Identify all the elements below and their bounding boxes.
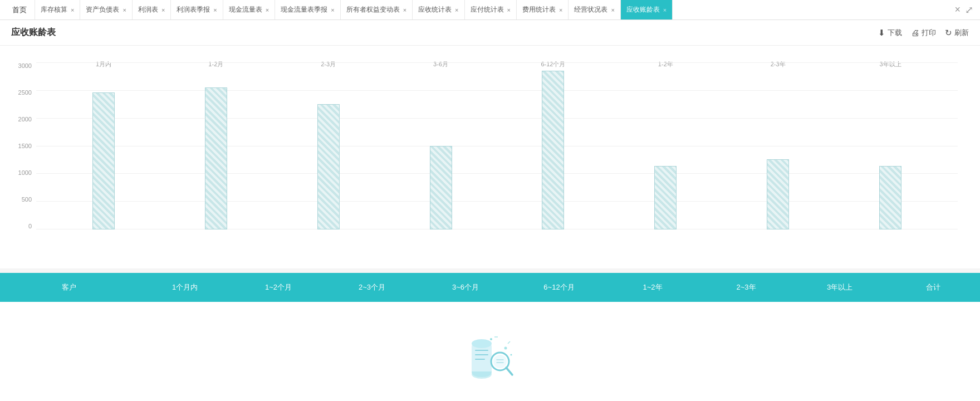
tab-label: 应付统计表 bbox=[471, 5, 504, 14]
section-separator bbox=[0, 268, 980, 273]
tab-close-icon[interactable]: × bbox=[122, 7, 126, 13]
refresh-icon: ↻ bbox=[945, 28, 952, 38]
tab-cashflow-quarter[interactable]: 现金流量表季报× bbox=[275, 0, 340, 20]
tab-label: 现金流量表季报 bbox=[281, 5, 327, 14]
tab-label: 资产负债表 bbox=[86, 5, 119, 14]
bars-area bbox=[36, 62, 958, 229]
chart-bar bbox=[205, 87, 227, 229]
table-header-cell: 合计 bbox=[886, 282, 980, 292]
tab-close-icon[interactable]: × bbox=[559, 7, 562, 13]
chart-bar bbox=[767, 159, 789, 229]
download-label: 下载 bbox=[888, 28, 902, 38]
print-button[interactable]: 🖨 打印 bbox=[911, 28, 936, 38]
svg-line-15 bbox=[508, 341, 510, 344]
maximize-window-icon[interactable]: ⤢ bbox=[965, 4, 973, 16]
tab-equity[interactable]: 所有者权益变动表× bbox=[341, 0, 413, 20]
tab-close-icon[interactable]: × bbox=[611, 7, 614, 13]
tab-bar: 首页 库存核算×资产负债表×利润表×利润表季报×现金流量表×现金流量表季报×所有… bbox=[0, 0, 980, 20]
tab-label: 利润表 bbox=[138, 5, 158, 14]
tab-close-icon[interactable]: × bbox=[161, 7, 165, 13]
y-axis-label: 2500 bbox=[18, 89, 32, 96]
bar-group bbox=[205, 87, 227, 229]
tab-balance[interactable]: 资产负债表× bbox=[80, 0, 132, 20]
tab-operation[interactable]: 经营状况表× bbox=[569, 0, 620, 20]
tab-actions: × ⤢ bbox=[954, 4, 976, 16]
tab-close-icon[interactable]: × bbox=[663, 7, 667, 13]
table-header-cell: 1~2年 bbox=[606, 282, 699, 292]
tab-home-label: 首页 bbox=[12, 5, 27, 15]
tab-label: 经营状况表 bbox=[574, 5, 607, 14]
tab-label: 利润表季报 bbox=[177, 5, 210, 14]
empty-area bbox=[0, 302, 980, 401]
y-axis: 050010001500200025003000 bbox=[11, 62, 36, 229]
tab-label: 应收统计表 bbox=[418, 5, 452, 14]
tab-profit-quarter[interactable]: 利润表季报× bbox=[171, 0, 223, 20]
table-header-cell: 2~3年 bbox=[699, 282, 793, 292]
table-header-cell: 1个月内 bbox=[138, 282, 232, 292]
svg-point-7 bbox=[493, 355, 507, 368]
y-axis-label: 2000 bbox=[18, 116, 32, 123]
tab-close-icon[interactable]: × bbox=[507, 7, 511, 13]
chart-area: 050010001500200025003000 1月内1-2月2-3月3-6月… bbox=[0, 46, 980, 268]
close-window-icon[interactable]: × bbox=[954, 4, 961, 16]
bar-group bbox=[92, 92, 115, 229]
table-header-cell: 3年以上 bbox=[793, 282, 886, 292]
table-header-cell: 3~6个月 bbox=[419, 282, 512, 292]
y-axis-label: 500 bbox=[22, 196, 32, 203]
svg-point-13 bbox=[511, 354, 512, 356]
download-button[interactable]: ⬇ 下载 bbox=[878, 28, 902, 38]
y-axis-label: 0 bbox=[28, 223, 32, 229]
y-axis-label: 1000 bbox=[18, 169, 32, 176]
chart-bar bbox=[92, 92, 115, 229]
tab-close-icon[interactable]: × bbox=[266, 7, 269, 13]
svg-point-11 bbox=[490, 338, 492, 340]
tab-close-icon[interactable]: × bbox=[331, 7, 334, 13]
main-content: 050010001500200025003000 1月内1-2月2-3月3-6月… bbox=[0, 46, 980, 401]
tab-home[interactable]: 首页 bbox=[4, 0, 35, 20]
tab-close-icon[interactable]: × bbox=[213, 7, 217, 13]
chart-bar bbox=[542, 71, 564, 229]
svg-line-8 bbox=[506, 368, 512, 375]
bar-group bbox=[767, 159, 789, 229]
table-header-cell: 2~3个月 bbox=[325, 282, 419, 292]
empty-icon bbox=[462, 332, 518, 383]
tab-inventory[interactable]: 库存核算× bbox=[35, 0, 80, 20]
bar-group bbox=[317, 104, 340, 229]
chart-bar bbox=[317, 104, 340, 229]
tab-label: 现金流量表 bbox=[229, 5, 262, 14]
table-header-cell: 1~2个月 bbox=[232, 282, 325, 292]
tab-ar-aging[interactable]: 应收账龄表× bbox=[621, 0, 673, 20]
tab-close-icon[interactable]: × bbox=[455, 7, 458, 13]
bar-group bbox=[430, 146, 452, 229]
tab-label: 费用统计表 bbox=[522, 5, 556, 14]
bar-group bbox=[654, 166, 677, 229]
page-header: 应收账龄表 ⬇ 下载 🖨 打印 ↻ 刷新 bbox=[0, 20, 980, 46]
print-label: 打印 bbox=[922, 28, 936, 38]
tab-label: 所有者权益变动表 bbox=[346, 5, 400, 14]
bar-group bbox=[879, 166, 901, 229]
tab-label: 应收账龄表 bbox=[626, 5, 660, 14]
tab-profit[interactable]: 利润表× bbox=[133, 0, 171, 20]
tab-expense[interactable]: 费用统计表× bbox=[517, 0, 569, 20]
tab-label: 库存核算 bbox=[41, 5, 67, 14]
tab-close-icon[interactable]: × bbox=[403, 7, 406, 13]
page-title: 应收账龄表 bbox=[11, 27, 56, 38]
chart-bar bbox=[654, 166, 677, 229]
refresh-button[interactable]: ↻ 刷新 bbox=[945, 28, 969, 38]
y-axis-label: 3000 bbox=[18, 62, 32, 69]
svg-point-2 bbox=[472, 339, 492, 348]
refresh-label: 刷新 bbox=[954, 28, 969, 38]
tab-close-icon[interactable]: × bbox=[71, 7, 74, 13]
tab-cashflow[interactable]: 现金流量表× bbox=[223, 0, 275, 20]
y-axis-label: 1500 bbox=[18, 143, 32, 149]
print-icon: 🖨 bbox=[911, 28, 919, 37]
bar-group bbox=[542, 71, 564, 229]
tab-ar-stat[interactable]: 应收统计表× bbox=[413, 0, 464, 20]
table-header-cell: 6~12个月 bbox=[512, 282, 606, 292]
chart-inner: 1月内1-2月2-3月3-6月6-12个月1-2年2-3年3年以上 bbox=[36, 57, 958, 241]
tab-ap-stat[interactable]: 应付统计表× bbox=[465, 0, 517, 20]
download-icon: ⬇ bbox=[878, 28, 885, 38]
table-header-cell: 客户 bbox=[0, 282, 138, 292]
table-header: 客户1个月内1~2个月2~3个月3~6个月6~12个月1~2年2~3年3年以上合… bbox=[0, 273, 980, 302]
chart-bar bbox=[430, 146, 452, 229]
